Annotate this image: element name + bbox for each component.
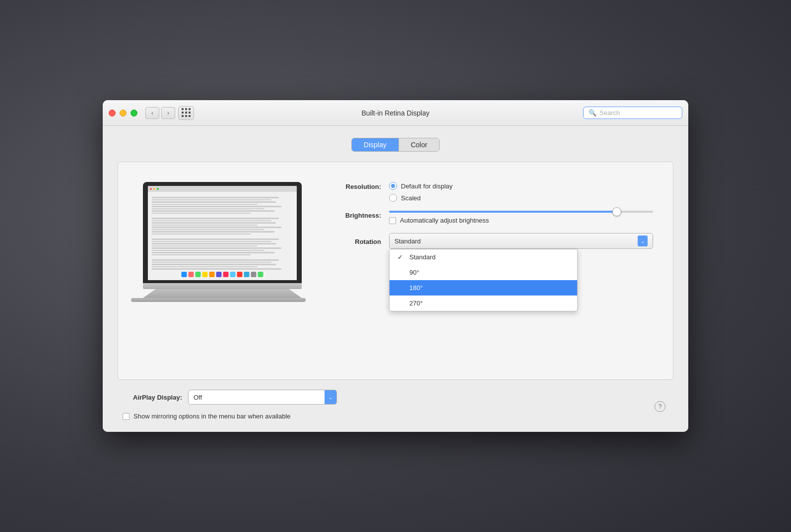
forward-button[interactable]: › [161,107,175,119]
close-button[interactable] [109,110,116,117]
airplay-row: AirPlay Display: Off ⌄ [123,390,668,405]
auto-brightness-label: Automatically adjust brightness [400,217,489,224]
mirroring-label: Show mirroring options in the menu bar w… [133,413,291,420]
radio-scaled-outer[interactable] [389,194,397,202]
airplay-select-value: Off [189,391,325,404]
tab-bar: Display Color [118,138,673,152]
brightness-slider-track[interactable] [389,211,653,213]
airplay-select-arrow: ⌄ [325,390,336,404]
settings-controls: Resolution: Default for display [331,177,653,258]
display-panel: Resolution: Default for display [118,162,673,380]
tab-group: Display Color [351,138,440,152]
settings-window: ‹ › Built-in Retina Display 🔍 Search Dis… [103,100,688,432]
traffic-lights [109,110,137,117]
rotation-dropdown-arrow: ⌄ [638,236,648,246]
brightness-label: Brightness: [331,211,381,219]
tab-display[interactable]: Display [352,138,399,151]
brightness-slider-container [389,211,653,213]
brightness-slider-thumb[interactable] [612,207,621,216]
content-area: Display Color [103,126,688,432]
resolution-radio-group: Default for display Scaled [389,182,653,202]
apps-grid-icon [182,108,191,118]
mirroring-checkbox[interactable] [123,413,130,420]
auto-brightness-checkbox[interactable] [389,217,396,224]
radio-default-inner [391,184,395,188]
resolution-scaled-option[interactable]: Scaled [389,194,653,202]
mirroring-row: Show mirroring options in the menu bar w… [123,413,668,420]
resolution-scaled-label: Scaled [401,194,421,202]
bottom-section: AirPlay Display: Off ⌄ Show mirroring op… [118,390,673,420]
brightness-row: Brightness: Automatically adjust brightn… [331,211,653,224]
help-icon: ? [659,403,662,410]
rotation-option-90-label: 90° [409,269,419,276]
search-icon: 🔍 [589,109,596,117]
rotation-dropdown-button[interactable]: Standard ⌄ [389,233,653,249]
checkmark-standard: ✓ [397,253,404,261]
rotation-row: Rotation Standard ⌄ ✓ Standard [331,233,653,249]
apps-grid-button[interactable] [178,106,194,120]
back-button[interactable]: ‹ [145,107,159,119]
tab-color[interactable]: Color [399,138,439,151]
minimize-button[interactable] [120,110,127,117]
rotation-option-180-label: 180° [409,284,423,292]
rotation-option-standard-label: Standard [409,253,436,261]
airplay-label: AirPlay Display: [123,394,182,401]
nav-buttons: ‹ › [145,107,175,119]
rotation-dropdown-menu: ✓ Standard 90° 180° [389,249,578,311]
radio-default-outer[interactable] [389,182,397,190]
rotation-control: Standard ⌄ ✓ Standard 90° [389,233,653,249]
laptop-image [143,182,302,302]
auto-brightness-row: Automatically adjust brightness [389,217,653,224]
rotation-label: Rotation [331,237,381,245]
rotation-current-value: Standard [395,237,421,245]
laptop-preview [138,177,307,302]
airplay-select[interactable]: Off ⌄ [188,390,337,405]
rotation-option-90[interactable]: 90° [390,265,577,280]
help-button[interactable]: ? [655,401,665,412]
resolution-control: Default for display Scaled [389,182,653,202]
resolution-row: Resolution: Default for display [331,182,653,202]
resolution-default-option[interactable]: Default for display [389,182,653,190]
brightness-control: Automatically adjust brightness [389,211,653,224]
titlebar: ‹ › Built-in Retina Display 🔍 Search [103,100,688,126]
window-title: Built-in Retina Display [362,109,430,117]
search-box[interactable]: 🔍 Search [583,107,682,119]
resolution-label: Resolution: [331,182,381,190]
fullscreen-button[interactable] [131,110,137,117]
rotation-option-270-label: 270° [409,299,423,307]
resolution-default-label: Default for display [401,182,453,190]
rotation-option-270[interactable]: 270° [390,296,577,311]
rotation-option-standard[interactable]: ✓ Standard [390,249,577,265]
search-placeholder: Search [599,109,620,117]
forward-icon: › [167,110,169,117]
back-icon: ‹ [151,110,153,117]
rotation-option-180[interactable]: 180° [390,280,577,296]
